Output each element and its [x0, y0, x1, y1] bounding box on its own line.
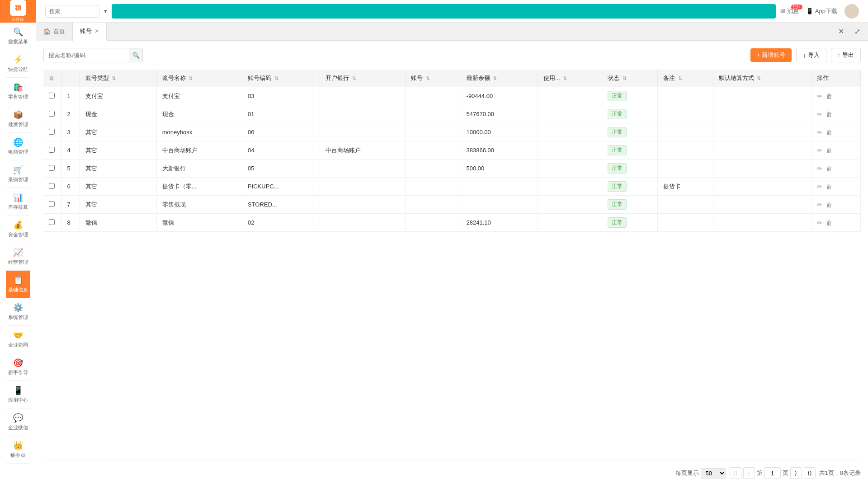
sidebar-item-system-mgmt[interactable]: ⚙️系统管理	[6, 298, 30, 326]
tab-expand-icon[interactable]: ⤢	[851, 25, 863, 38]
row-checkbox[interactable]	[49, 129, 55, 135]
page-size-select[interactable]: 50 20 100	[701, 468, 726, 479]
col-remark[interactable]: 备注 ⇅	[658, 70, 713, 87]
user-avatar[interactable]	[844, 4, 859, 19]
delete-icon[interactable]: 🗑	[826, 165, 832, 172]
prev-page-button[interactable]: ⟨	[743, 467, 755, 479]
first-page-button[interactable]: ⟨⟨	[730, 467, 741, 479]
status-badge: 正常	[608, 163, 627, 174]
row-checkbox[interactable]	[49, 165, 55, 171]
cell-status: 正常	[602, 178, 658, 196]
delete-icon[interactable]: 🗑	[826, 147, 832, 154]
cell-code: PICKUPC...	[242, 178, 320, 196]
row-checkbox[interactable]	[49, 219, 55, 225]
member-icon: 👑	[13, 441, 23, 450]
last-page-button[interactable]: ⟩⟩	[804, 467, 816, 479]
sidebar-item-new-guide[interactable]: 🎯新手引导	[6, 353, 30, 381]
col-usage[interactable]: 使用... ⇅	[538, 70, 602, 87]
import-button[interactable]: ↓ 导入	[796, 48, 826, 62]
edit-icon[interactable]: ✏	[817, 201, 822, 208]
cell-checkbox[interactable]	[43, 214, 61, 232]
delete-icon[interactable]: 🗑	[826, 111, 832, 118]
quick-nav-icon: ⚡	[13, 55, 23, 65]
col-actions: 操作	[811, 70, 861, 87]
row-checkbox[interactable]	[49, 111, 55, 117]
cell-checkbox[interactable]	[43, 123, 61, 141]
cell-default-settlement	[713, 87, 811, 105]
cell-checkbox[interactable]	[43, 105, 61, 123]
operations-mgmt-icon: 📈	[13, 248, 23, 258]
edit-icon[interactable]: ✏	[817, 111, 822, 118]
sidebar-item-ecommerce-mgmt[interactable]: 🌐电商管理	[6, 133, 30, 160]
header-dropdown[interactable]: ▾	[104, 8, 107, 14]
row-checkbox[interactable]	[49, 93, 55, 99]
edit-icon[interactable]: ✏	[817, 147, 822, 154]
cell-balance	[461, 178, 538, 196]
sidebar-item-enterprise-agreement[interactable]: 🤝企业协同	[6, 326, 30, 353]
cell-checkbox[interactable]	[43, 87, 61, 105]
row-checkbox[interactable]	[49, 201, 55, 207]
sidebar-item-enterprise-wechat[interactable]: 💬企业微信	[6, 408, 30, 436]
edit-icon[interactable]: ✏	[817, 165, 822, 172]
search-menu-label: 搜索菜单	[8, 38, 28, 45]
cell-actions: ✏ 🗑	[811, 178, 861, 196]
sidebar-item-inventory-calc[interactable]: 📊库存核算	[6, 188, 30, 216]
message-button[interactable]: ✉ 消息 99+	[780, 7, 799, 15]
cell-checkbox[interactable]	[43, 196, 61, 214]
delete-icon[interactable]: 🗑	[826, 201, 832, 208]
edit-icon[interactable]: ✏	[817, 129, 822, 136]
sidebar-item-retail-mgmt[interactable]: 🛍️零售管理	[6, 78, 30, 105]
edit-icon[interactable]: ✏	[817, 93, 822, 100]
search-button[interactable]: 🔍	[129, 48, 142, 62]
cell-checkbox[interactable]	[43, 160, 61, 178]
col-default-settlement[interactable]: 默认结算方式 ⇅	[713, 70, 811, 87]
sidebar-item-finance-mgmt[interactable]: 💰资金管理	[6, 216, 30, 243]
col-balance[interactable]: 最新余额 ⇅	[461, 70, 538, 87]
row-checkbox[interactable]	[49, 147, 55, 153]
col-type[interactable]: 账号类型 ⇅	[80, 70, 156, 87]
basic-info-icon: 📋	[13, 275, 23, 285]
export-button[interactable]: ↑ 导出	[831, 48, 861, 62]
edit-icon[interactable]: ✏	[817, 219, 822, 226]
col-name[interactable]: 账号名称 ⇅	[156, 70, 242, 87]
export-icon: ↑	[838, 52, 841, 59]
cell-checkbox[interactable]	[43, 178, 61, 196]
search-input[interactable]	[44, 52, 129, 59]
col-account[interactable]: 账号 ⇅	[406, 70, 461, 87]
col-bank[interactable]: 开户银行 ⇅	[320, 70, 405, 87]
delete-icon[interactable]: 🗑	[826, 219, 832, 226]
cell-checkbox[interactable]	[43, 141, 61, 160]
cell-remark	[658, 105, 713, 123]
tab-accounts-close[interactable]: ✕	[94, 28, 99, 34]
top-search-input[interactable]	[45, 5, 99, 18]
edit-icon[interactable]: ✏	[817, 183, 822, 190]
row-checkbox[interactable]	[49, 183, 55, 189]
app-download-button[interactable]: 📱 App下载	[806, 7, 837, 15]
sidebar-item-basic-info[interactable]: 📋基础信息	[6, 271, 30, 298]
new-account-button[interactable]: + 新增账号	[750, 48, 792, 62]
sidebar-item-app-center[interactable]: 📱应用中心	[6, 381, 30, 408]
sidebar-item-purchase-mgmt[interactable]: 🛒采购管理	[6, 160, 30, 188]
delete-icon[interactable]: 🗑	[826, 183, 832, 190]
member-label: 畅会员	[10, 452, 25, 459]
delete-icon[interactable]: 🗑	[826, 93, 832, 100]
tab-minimize-icon[interactable]: ✕	[835, 25, 847, 38]
next-page-button[interactable]: ⟩	[790, 467, 802, 479]
tab-bar-actions: ✕ ⤢	[835, 25, 868, 38]
col-status[interactable]: 状态 ⇅	[602, 70, 658, 87]
tab-home[interactable]: 🏠 首页	[36, 23, 73, 41]
sidebar-item-wholesale-mgmt[interactable]: 📦批发管理	[6, 105, 30, 133]
sidebar-item-operations-mgmt[interactable]: 📈经营管理	[6, 243, 30, 271]
tab-accounts[interactable]: 账号 ✕	[73, 23, 107, 41]
col-gear[interactable]: ⚙	[43, 70, 61, 87]
page-number-input[interactable]	[764, 467, 781, 479]
app-center-icon: 📱	[13, 385, 23, 395]
cell-type: 其它	[80, 196, 156, 214]
delete-icon[interactable]: 🗑	[826, 129, 832, 136]
cell-bank	[320, 196, 405, 214]
col-code[interactable]: 账号编码 ⇅	[242, 70, 320, 87]
sidebar-item-search-menu[interactable]: 🔍搜索菜单	[6, 23, 30, 50]
sidebar-item-member[interactable]: 👑畅会员	[6, 436, 30, 464]
cell-status: 正常	[602, 214, 658, 232]
sidebar-item-quick-nav[interactable]: ⚡快捷导航	[6, 50, 30, 78]
